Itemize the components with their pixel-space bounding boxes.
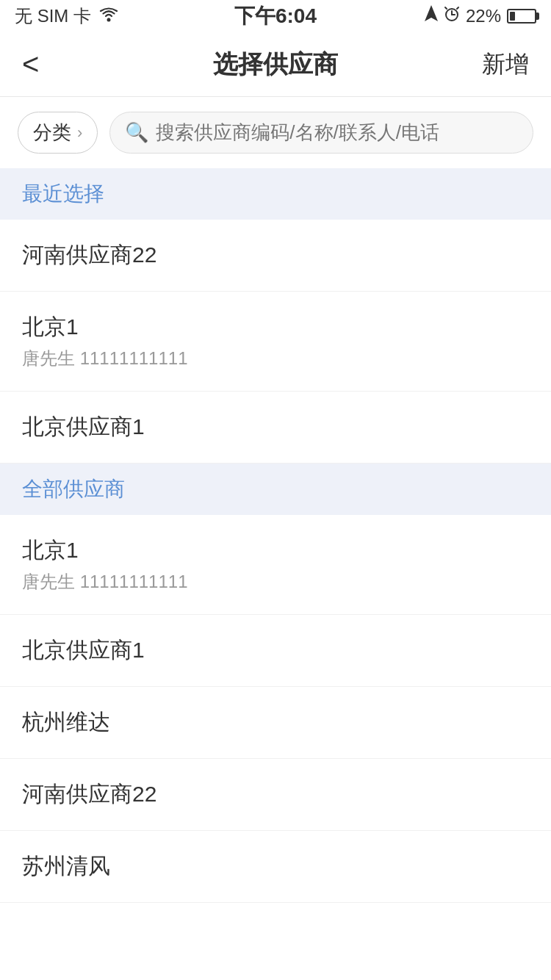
item-name: 北京1: [22, 536, 529, 566]
add-button[interactable]: 新增: [470, 48, 529, 81]
list-item[interactable]: 杭州维达: [0, 687, 551, 759]
item-name: 河南供应商22: [22, 240, 529, 270]
chevron-right-icon: ›: [77, 123, 82, 143]
search-icon: 🔍: [125, 121, 148, 144]
status-left: 无 SIM 卡: [15, 4, 119, 28]
wifi-icon: [98, 6, 119, 26]
battery-icon: [507, 9, 536, 24]
item-name: 北京供应商1: [22, 412, 529, 442]
search-box[interactable]: 🔍: [109, 112, 533, 154]
carrier-label: 无 SIM 卡: [15, 4, 91, 28]
list-item[interactable]: 北京1唐先生 11111111111: [0, 292, 551, 392]
item-name: 河南供应商22: [22, 779, 529, 810]
page-title: 选择供应商: [81, 48, 470, 82]
status-right: 22%: [425, 5, 536, 27]
item-name: 北京1: [22, 312, 529, 342]
svg-point-0: [107, 18, 111, 22]
svg-marker-1: [425, 5, 438, 21]
category-button[interactable]: 分类 ›: [18, 112, 98, 154]
all-list: 北京1唐先生 11111111111北京供应商1杭州维达河南供应商22苏州清风: [0, 515, 551, 903]
svg-line-6: [457, 7, 458, 9]
alarm-icon: [444, 6, 460, 26]
list-item[interactable]: 北京1唐先生 11111111111: [0, 515, 551, 615]
svg-line-5: [445, 7, 447, 9]
location-icon: [425, 5, 438, 27]
item-name: 苏州清风: [22, 851, 529, 882]
search-input[interactable]: [156, 121, 518, 144]
nav-bar: < 选择供应商 新增: [0, 32, 551, 97]
item-sub: 唐先生 11111111111: [22, 570, 529, 594]
all-section-header: 全部供应商: [0, 464, 551, 515]
list-item[interactable]: 苏州清风: [0, 831, 551, 903]
status-time: 下午6:04: [234, 2, 317, 30]
item-sub: 唐先生 11111111111: [22, 347, 529, 370]
status-bar: 无 SIM 卡 下午6:04 22: [0, 0, 551, 32]
list-item[interactable]: 北京供应商1: [0, 615, 551, 687]
filter-bar: 分类 › 🔍: [0, 97, 551, 168]
list-item[interactable]: 河南供应商22: [0, 759, 551, 831]
category-label: 分类: [33, 120, 71, 145]
recent-section-header: 最近选择: [0, 168, 551, 220]
list-item[interactable]: 河南供应商22: [0, 220, 551, 292]
battery-percentage: 22%: [466, 6, 501, 26]
back-button[interactable]: <: [22, 48, 81, 81]
item-name: 杭州维达: [22, 707, 529, 738]
recent-list: 河南供应商22北京1唐先生 11111111111北京供应商1: [0, 220, 551, 464]
item-name: 北京供应商1: [22, 635, 529, 666]
list-item[interactable]: 北京供应商1: [0, 392, 551, 464]
